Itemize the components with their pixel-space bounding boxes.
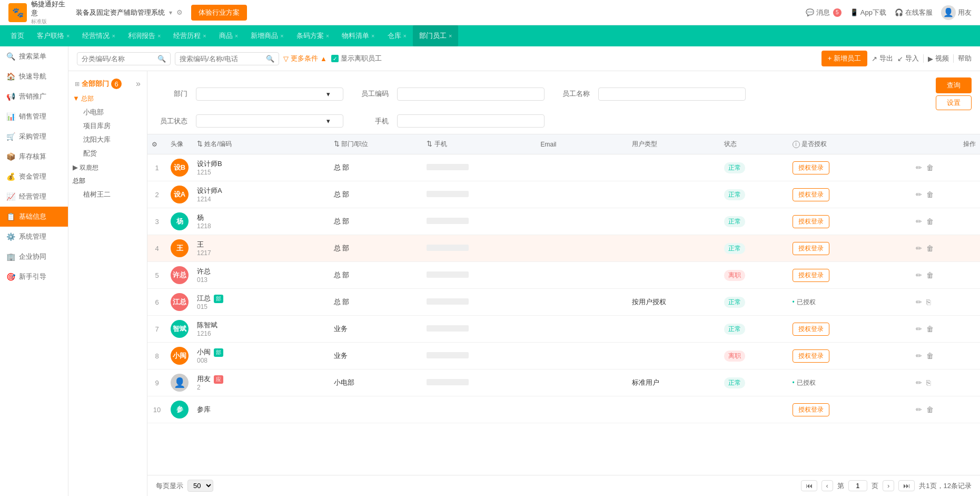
tab-close-icon[interactable]: × bbox=[203, 33, 206, 39]
tab-close-icon[interactable]: × bbox=[371, 33, 374, 39]
dept-child-peihuo[interactable]: 配货 bbox=[73, 147, 143, 160]
sidebar-item-guide[interactable]: 🎯 新手引导 bbox=[0, 267, 68, 287]
category-search-input[interactable] bbox=[82, 55, 155, 63]
last-page-btn[interactable]: ⏭ bbox=[898, 480, 915, 491]
sidebar-item-sales[interactable]: 📊 销售管理 bbox=[0, 106, 68, 127]
delete-icon[interactable]: 🗑 bbox=[926, 190, 934, 199]
tab-operations[interactable]: 经营情况 × bbox=[76, 25, 121, 46]
sidebar-item-quicknav[interactable]: 🏠 快速导航 bbox=[0, 66, 68, 86]
tab-close-icon[interactable]: × bbox=[326, 33, 329, 39]
page-number-input[interactable] bbox=[848, 480, 867, 491]
auth-login-btn[interactable]: 授权登录 bbox=[793, 242, 829, 255]
tab-close-icon[interactable]: × bbox=[66, 33, 70, 39]
message-item[interactable]: 💬 消息 5 bbox=[806, 8, 842, 17]
auth-login-btn[interactable]: 授权登录 bbox=[793, 323, 829, 336]
settings-icon[interactable]: ⚙ bbox=[176, 8, 183, 16]
delete-icon[interactable]: 🗑 bbox=[926, 352, 934, 360]
tab-history[interactable]: 经营历程 × bbox=[167, 25, 212, 46]
auth-login-btn[interactable]: 授权登录 bbox=[793, 188, 829, 201]
phone-filter-input[interactable] bbox=[397, 114, 545, 128]
set-button[interactable]: 设置 bbox=[936, 95, 972, 110]
th-name[interactable]: ⇅ 姓名/编码 bbox=[193, 134, 330, 154]
sidebar-item-basic[interactable]: 📋 基础信息 bbox=[0, 207, 68, 227]
edit-icon[interactable]: ✏ bbox=[916, 163, 922, 172]
more-filter-btn[interactable]: ▽ 更多条件 ▲ bbox=[283, 54, 327, 63]
sidebar-item-search[interactable]: 🔍 搜索菜单 bbox=[0, 46, 68, 66]
sidebar-item-purchase[interactable]: 🛒 采购管理 bbox=[0, 127, 68, 147]
tab-barcode[interactable]: 条码方案 × bbox=[290, 25, 335, 46]
app-download-item[interactable]: 📱 App下载 bbox=[850, 8, 886, 17]
empcode-filter-input[interactable] bbox=[397, 87, 545, 101]
tab-goods[interactable]: 商品 × bbox=[213, 25, 244, 46]
dept-all-label[interactable]: 全部部门 bbox=[82, 79, 109, 89]
sidebar-item-operations[interactable]: 📈 经营管理 bbox=[0, 187, 68, 207]
auth-login-btn[interactable]: 授权登录 bbox=[793, 215, 829, 228]
tab-profit[interactable]: 利润报告 × bbox=[122, 25, 167, 46]
edit-icon[interactable]: ✏ bbox=[916, 190, 922, 199]
dept-child-xiaodian[interactable]: 小电部 bbox=[73, 105, 143, 119]
tab-warehouse[interactable]: 仓库 × bbox=[381, 25, 413, 46]
dept-parent-1[interactable]: ▶ 双鹿想 bbox=[73, 160, 143, 174]
video-btn[interactable]: ▶ 视频 bbox=[928, 54, 949, 63]
edit-icon[interactable]: ✏ bbox=[916, 405, 922, 414]
dept-parent-2[interactable]: 总部 bbox=[73, 174, 143, 188]
show-resigned-toggle[interactable]: ✓ 显示离职员工 bbox=[331, 54, 382, 63]
empname-filter-input[interactable] bbox=[598, 87, 746, 101]
collapse-panel-btn[interactable]: » bbox=[136, 79, 141, 89]
tab-home[interactable]: 首页 bbox=[4, 25, 31, 46]
title-arrow-icon[interactable]: ▾ bbox=[169, 9, 172, 16]
add-employee-button[interactable]: + 新增员工 bbox=[821, 51, 867, 66]
delete-icon[interactable]: 🗑 bbox=[926, 325, 934, 333]
edit-icon[interactable]: ✏ bbox=[916, 244, 922, 252]
delete-icon[interactable]: 🗑 bbox=[926, 271, 934, 279]
auth-login-btn[interactable]: 授权登录 bbox=[793, 269, 829, 282]
first-page-btn[interactable]: ⏮ bbox=[801, 480, 817, 491]
tab-close-icon[interactable]: × bbox=[235, 33, 238, 39]
tab-close-icon[interactable]: × bbox=[280, 33, 283, 39]
tab-employees[interactable]: 部门员工 × bbox=[413, 25, 458, 46]
delete-icon[interactable]: 🗑 bbox=[926, 163, 934, 172]
edit-icon[interactable]: ✏ bbox=[916, 325, 922, 333]
auth-login-btn[interactable]: 授权登录 bbox=[793, 161, 829, 174]
dept-child-shenyang[interactable]: 沈阳大库 bbox=[73, 133, 143, 147]
tab-bom[interactable]: 物料清单 × bbox=[335, 25, 381, 46]
delete-icon[interactable]: 🗑 bbox=[926, 244, 934, 252]
export-btn[interactable]: ↗ 导出 bbox=[872, 54, 893, 63]
page-size-select[interactable]: 50 bbox=[187, 480, 213, 492]
edit-icon[interactable]: ✏ bbox=[916, 271, 922, 279]
help-btn[interactable]: 帮助 bbox=[958, 54, 972, 63]
import-btn[interactable]: ↙ 导入 bbox=[897, 54, 919, 63]
sidebar-item-enterprise[interactable]: 🏢 企业协同 bbox=[0, 247, 68, 267]
try-btn[interactable]: 体验行业方案 bbox=[191, 5, 247, 21]
next-page-btn[interactable]: › bbox=[883, 480, 894, 491]
copy-icon[interactable]: ⎘ bbox=[926, 298, 930, 306]
tab-close-icon[interactable]: × bbox=[112, 33, 115, 39]
dept-child-project[interactable]: 项目库房 bbox=[73, 119, 143, 133]
search-input2-wrapper[interactable]: 🔍 bbox=[175, 52, 279, 65]
th-dept[interactable]: ⇅ 部门/职位 bbox=[330, 134, 423, 154]
status-filter-select[interactable]: ▾ bbox=[196, 114, 343, 128]
tab-close-icon[interactable]: × bbox=[157, 33, 161, 39]
dept-parent-0[interactable]: ▼ 总部 bbox=[73, 92, 143, 105]
tab-customer[interactable]: 客户联络 × bbox=[31, 25, 76, 46]
tab-close-icon[interactable]: × bbox=[449, 33, 452, 39]
employee-search-input[interactable] bbox=[180, 55, 264, 63]
prev-page-btn[interactable]: ‹ bbox=[821, 480, 833, 491]
auth-login-btn[interactable]: 授权登录 bbox=[793, 349, 829, 363]
edit-icon[interactable]: ✏ bbox=[916, 217, 922, 226]
online-service-item[interactable]: 🎧 在线客服 bbox=[895, 8, 933, 17]
sidebar-item-marketing[interactable]: 📢 营销推广 bbox=[0, 86, 68, 106]
auth-login-btn[interactable]: 授权登录 bbox=[793, 403, 829, 416]
edit-icon[interactable]: ✏ bbox=[916, 352, 922, 360]
copy-icon[interactable]: ⎘ bbox=[926, 378, 930, 387]
tab-add-goods[interactable]: 新增商品 × bbox=[244, 25, 290, 46]
delete-icon[interactable]: 🗑 bbox=[926, 217, 934, 226]
query-button[interactable]: 查询 bbox=[936, 77, 972, 93]
th-phone[interactable]: ⇅ 手机 bbox=[422, 134, 536, 154]
user-item[interactable]: 👤 用友 bbox=[941, 5, 972, 20]
delete-icon[interactable]: 🗑 bbox=[926, 405, 934, 414]
dept-filter-select[interactable]: ▾ bbox=[196, 87, 343, 101]
sidebar-item-inventory[interactable]: 📦 库存核算 bbox=[0, 147, 68, 167]
edit-icon[interactable]: ✏ bbox=[916, 378, 922, 387]
th-settings[interactable]: ⚙ bbox=[147, 134, 166, 154]
